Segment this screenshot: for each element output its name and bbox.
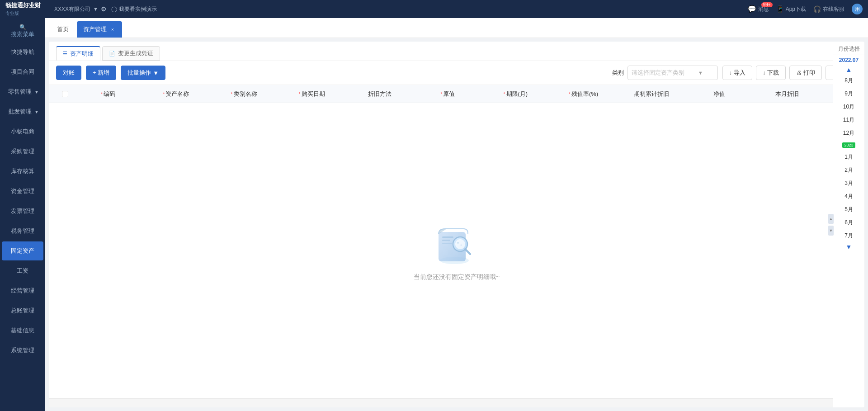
- user-avatar[interactable]: 用: [852, 4, 863, 14]
- company-dropdown-icon[interactable]: ▼: [93, 6, 98, 12]
- panel-collapse-up-btn[interactable]: ▲: [828, 214, 834, 224]
- table-col-original-value: * 原值: [414, 90, 481, 98]
- demo-label: 我要看实例演示: [119, 5, 157, 13]
- tab-home[interactable]: 首页: [51, 21, 75, 38]
- wholesale-management-label: 批发管理: [8, 108, 32, 116]
- month-item-8[interactable]: 8月: [833, 74, 864, 87]
- demo-circle-icon: ◯: [111, 6, 117, 12]
- month-nav-up[interactable]: ▲: [842, 65, 856, 74]
- quick-nav-label: 快捷导航: [11, 48, 34, 56]
- fixed-assets-label: 固定资产: [11, 247, 34, 255]
- month-item-9[interactable]: 9月: [833, 87, 864, 100]
- app-download-button[interactable]: 📱 App下载: [776, 5, 806, 13]
- select-arrow-icon: ▼: [698, 70, 703, 76]
- salary-label: 工资: [17, 267, 28, 275]
- month-item-2[interactable]: 2月: [833, 164, 864, 177]
- month-item-4[interactable]: 4月: [833, 190, 864, 203]
- online-service-button[interactable]: 🎧 在线客服: [813, 5, 844, 13]
- message-icon: 💬: [748, 5, 756, 13]
- asset-detail-icon: ☰: [63, 51, 67, 57]
- tab-close-icon[interactable]: ×: [109, 26, 116, 33]
- voucher-change-label: 变更生成凭证: [118, 49, 153, 57]
- svg-rect-7: [442, 243, 452, 244]
- month-panel-title: 月份选择: [833, 42, 864, 55]
- import-button[interactable]: ↓ 导入: [722, 66, 752, 80]
- table-col-checkbox: [56, 91, 74, 97]
- month-item-5[interactable]: 5月: [833, 203, 864, 216]
- sidebar-item-purchase-management[interactable]: 采购管理: [2, 142, 43, 161]
- tab-assets-management[interactable]: 资产管理 ×: [77, 21, 122, 38]
- month-item-11[interactable]: 11月: [833, 113, 864, 127]
- sidebar-item-general-ledger[interactable]: 总账管理: [2, 301, 43, 320]
- empty-state-text: 当前您还没有固定资产明细哦~: [414, 273, 500, 281]
- select-all-checkbox[interactable]: [62, 91, 68, 97]
- company-name-display: XXXX有限公司: [54, 5, 90, 13]
- sidebar-item-quick-nav[interactable]: 快捷导航: [2, 43, 43, 61]
- fund-management-label: 资金管理: [11, 187, 34, 195]
- tax-management-label: 税务管理: [11, 227, 34, 235]
- tab-assets-label: 资产管理: [83, 25, 107, 33]
- month-item-year-2023: 2023: [833, 140, 864, 151]
- sidebar-item-search[interactable]: 🔍 搜索菜单: [0, 20, 45, 42]
- month-nav-down[interactable]: ▼: [842, 242, 856, 251]
- app-download-label: App下载: [786, 5, 806, 13]
- table-header: * 编码 * 资产名称 * 类别名称 * 购买日期 折旧方法: [49, 85, 864, 103]
- category-select[interactable]: 请选择固定资产类别 ▼: [627, 66, 718, 80]
- month-item-6[interactable]: 6月: [833, 216, 864, 229]
- sub-tab-asset-detail[interactable]: ☰ 资产明细: [56, 46, 100, 61]
- sidebar-item-basic-info[interactable]: 基础信息: [2, 321, 43, 340]
- sidebar-item-tax-management[interactable]: 税务管理: [2, 222, 43, 241]
- add-button[interactable]: + 新增: [86, 66, 116, 80]
- month-item-12[interactable]: 12月: [833, 127, 864, 140]
- download-icon: ↓: [763, 70, 765, 76]
- empty-state: 当前您还没有固定资产明细哦~: [49, 103, 864, 398]
- filter-area: 类别 请选择固定资产类别 ▼: [612, 66, 718, 80]
- top-bar-actions: 💬 消息 99+ 📱 App下载 🎧 在线客服 用: [748, 4, 863, 14]
- search-label: 搜索菜单: [4, 30, 42, 38]
- sidebar-item-operations-management[interactable]: 经营管理: [2, 281, 43, 300]
- sidebar-item-ecommerce[interactable]: 小畅电商: [2, 122, 43, 141]
- download-button[interactable]: ↓ 下载: [756, 66, 786, 80]
- basic-info-label: 基础信息: [11, 326, 34, 335]
- table-col-residual-rate: * 残值率(%): [549, 90, 617, 98]
- table-col-code: * 编码: [74, 90, 142, 98]
- settings-icon[interactable]: ⚙: [101, 5, 107, 13]
- demo-link[interactable]: ◯ 我要看实例演示: [111, 5, 157, 13]
- asset-detail-label: 资产明细: [70, 50, 94, 58]
- print-button[interactable]: 🖨 打印: [789, 66, 822, 80]
- month-item-1[interactable]: 1月: [833, 151, 864, 164]
- chevron-down-icon: ▼: [34, 90, 39, 94]
- ecommerce-label: 小畅电商: [11, 128, 34, 136]
- month-item-10[interactable]: 10月: [833, 100, 864, 113]
- sidebar-item-fund-management[interactable]: 资金管理: [2, 182, 43, 201]
- app-edition: 专业版: [5, 11, 19, 16]
- batch-ops-button[interactable]: 批量操作 ▼: [121, 66, 165, 80]
- month-item-3[interactable]: 3月: [833, 177, 864, 190]
- sidebar-item-inventory[interactable]: 库存核算: [2, 162, 43, 181]
- month-item-7[interactable]: 7月: [833, 229, 864, 242]
- sidebar-item-system-management[interactable]: 系统管理: [2, 341, 43, 360]
- sidebar-item-project-contract[interactable]: 项目合同: [2, 62, 43, 81]
- tab-bar: 首页 资产管理 ×: [45, 18, 868, 38]
- content-area: 首页 资产管理 × ☰ 资产明细 📄 变更生成凭证: [45, 18, 868, 411]
- headset-icon: 🎧: [813, 5, 821, 13]
- messages-button[interactable]: 💬 消息 99+: [748, 5, 769, 13]
- svg-point-9: [461, 244, 462, 246]
- sub-tab-bar: ☰ 资产明细 📄 变更生成凭证: [49, 42, 864, 61]
- table-col-purchase-date: * 购买日期: [278, 90, 346, 98]
- sidebar-item-salary[interactable]: 工资: [2, 261, 43, 280]
- sidebar-item-fixed-assets[interactable]: 固定资产: [2, 241, 43, 260]
- sidebar-item-invoice-management[interactable]: 发票管理: [2, 202, 43, 221]
- svg-rect-5: [442, 236, 453, 238]
- sub-tab-voucher-change[interactable]: 📄 变更生成凭证: [102, 46, 160, 61]
- app-name: 畅捷通好业财: [5, 2, 41, 9]
- main-layout: 🔍 搜索菜单 快捷导航 项目合同 零售管理 ▼ 批发管理 ▼ 小畅电商 采购管理…: [0, 18, 868, 411]
- month-panel-current-year: 2022.07: [837, 55, 860, 65]
- sidebar-item-retail-management[interactable]: 零售管理 ▼: [2, 82, 43, 101]
- horizontal-scrollbar[interactable]: [49, 398, 864, 407]
- reconcile-button[interactable]: 对账: [56, 66, 81, 80]
- company-selector[interactable]: XXXX有限公司 ▼ ⚙: [54, 5, 107, 13]
- sidebar-item-wholesale-management[interactable]: 批发管理 ▼: [2, 102, 43, 121]
- panel-collapse-down-btn[interactable]: ▼: [828, 226, 834, 236]
- svg-point-3: [455, 239, 465, 249]
